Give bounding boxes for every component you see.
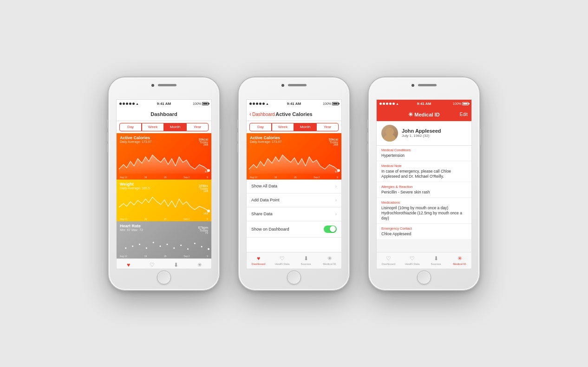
segment-week-2[interactable]: Week (272, 123, 294, 131)
signal-dot-1 (119, 103, 122, 105)
medical-content: Medical Conditions Hypertension Medical … (377, 146, 471, 252)
signal-dot-3 (126, 103, 128, 105)
tab-dashboard-2[interactable]: ♥ Dashboard (247, 252, 270, 269)
health-icon-3: ♡ (410, 255, 415, 262)
svg-point-10 (187, 248, 189, 250)
segment-week-1[interactable]: Week (142, 123, 164, 131)
earpiece-speaker-2 (288, 84, 307, 86)
share-data-item[interactable]: Share Data › (247, 207, 341, 221)
segment-month-2[interactable]: Month (294, 123, 316, 131)
status-time-1: 9:41 AM (157, 102, 171, 106)
svg-point-6 (160, 245, 161, 247)
show-all-data-item[interactable]: Show All Data › (247, 180, 341, 193)
show-dashboard-toggle[interactable] (324, 225, 337, 233)
date-aug12-1: Aug 12 (120, 176, 127, 179)
show-all-chevron: › (335, 184, 337, 189)
profile-section: John Appleseed July 1, 1982 (32) (377, 121, 471, 146)
front-camera-2 (281, 84, 284, 87)
heart-rate-title: Heart Rate (117, 221, 211, 228)
medical-conditions-value: Hypertension (381, 153, 467, 158)
heart-rate-card[interactable]: Heart Rate Min: 67 Max: 72 67bpm Today 7… (117, 221, 211, 258)
tab-sources-2[interactable]: ⬇ Sources (294, 252, 318, 269)
sources-icon-3: ⬇ (434, 255, 438, 262)
home-button-1[interactable] (157, 270, 171, 284)
svg-point-14 (337, 169, 340, 172)
weight-card[interactable]: Weight Daily Average: 165.5 165lbs Today… (117, 180, 211, 221)
tab-sources-3[interactable]: ⬇ Sources (424, 252, 448, 269)
tab-health-2[interactable]: ♡ Health Data (270, 252, 294, 269)
medical-conditions-label: Medical Conditions (381, 148, 467, 152)
asterisk-icon: ✳ (408, 111, 413, 118)
segment-control-2[interactable]: Day Week Month Year (247, 121, 341, 133)
tab-dashboard-1[interactable]: ♥ Dashboard (117, 259, 140, 269)
segment-year-1[interactable]: Year (186, 123, 209, 131)
heart-rate-subtitle: Min: 67 Max: 72 (117, 228, 211, 232)
status-bar-2: ▲ 9:41 AM 100% (247, 100, 341, 108)
tab-health-data-1[interactable]: ♡ Health Data (140, 259, 164, 269)
date-26-1: 26 (164, 176, 167, 179)
tab-medical-3[interactable]: ✳ Medical ID (448, 252, 471, 269)
phone-1-screen: ▲ 9:41 AM 100% Dashboard Day Week Month … (116, 99, 212, 269)
add-data-point-item[interactable]: Add Data Point › (247, 193, 341, 207)
weight-high: 168 (203, 190, 208, 193)
profile-info: John Appleseed July 1, 1982 (32) (402, 128, 441, 138)
tab-medical-id-1[interactable]: ✳ Medical ID (188, 259, 211, 269)
phone-3-screen: ▲ 9:41 AM 100% ✳ Medical ID Edit (376, 99, 472, 269)
sources-icon-2: ⬇ (304, 255, 308, 262)
signal-indicators-2: ▲ (249, 102, 269, 105)
show-on-dashboard-label: Show on Dashboard (251, 227, 289, 232)
svg-point-0 (207, 210, 210, 212)
phone-3: ▲ 9:41 AM 100% ✳ Medical ID Edit (368, 77, 480, 290)
tab-medical-2[interactable]: ✳ Medical ID (318, 252, 341, 269)
home-button-2[interactable] (287, 270, 301, 284)
emergency-contact-section: Emergency Contact Chloe Appleseed (377, 224, 471, 239)
active-cal-dates: Aug 12 19 26 Sep 2 9 (120, 176, 208, 179)
signal-dot-2 (123, 103, 125, 105)
allergies-label: Allergies & Reaction (381, 185, 467, 189)
tab-dashboard-3[interactable]: ♡ Dashboard (377, 252, 400, 269)
signal-dot-4 (129, 103, 131, 105)
battery-indicator-1: 100% (193, 102, 209, 105)
battery-indicator-2: 100% (323, 102, 339, 105)
medical-icon-3: ✳ (457, 255, 462, 262)
segment-month-1[interactable]: Month (164, 123, 186, 131)
chart-svg-2 (247, 148, 341, 174)
battery-percent-1: 100% (193, 102, 201, 105)
phone-2-screen: ▲ 9:41 AM 100% ‹ Dashboard Active Calori… (246, 99, 342, 269)
heart-rate-dates: Aug 12 19 26 Sep 2 9 (120, 255, 208, 258)
date-19-1: 19 (144, 176, 147, 179)
segment-day-2[interactable]: Day (249, 123, 272, 131)
segment-day-1[interactable]: Day (119, 123, 142, 131)
phone-2: ▲ 9:41 AM 100% ‹ Dashboard Active Calori… (238, 77, 350, 290)
medical-conditions-section: Medical Conditions Hypertension (377, 146, 471, 161)
status-time-3: 9:41 AM (417, 102, 431, 106)
dashboard-icon-1: ♥ (127, 262, 130, 268)
segment-year-2[interactable]: Year (316, 123, 339, 131)
back-chevron-2: ‹ (249, 111, 251, 117)
svg-point-1 (125, 247, 126, 249)
tab-health-3[interactable]: ♡ Health Data (400, 252, 424, 269)
svg-point-5 (153, 242, 154, 243)
medical-note-label: Medical Note (381, 164, 467, 168)
active-cal-subtitle-2: Daily Average: 173.97 (247, 140, 341, 143)
segment-control-1[interactable]: Day Week Month Year (117, 121, 211, 133)
date-9-1: 9 (207, 176, 208, 179)
emergency-contact-label: Emergency Contact (381, 226, 467, 231)
svg-point-2 (132, 245, 133, 247)
weight-chart (117, 193, 211, 216)
show-on-dashboard-item[interactable]: Show on Dashboard (247, 221, 341, 238)
weight-dates: Aug 12 19 26 Sep 2 9 (120, 218, 208, 220)
avatar (381, 125, 398, 142)
active-calories-subtitle: Daily Average: 173.97 (117, 140, 211, 143)
wifi-icon-3: ▲ (396, 102, 399, 105)
home-button-3[interactable] (417, 270, 431, 284)
edit-button[interactable]: Edit (460, 112, 468, 117)
nav-bar-2: ‹ Dashboard Active Calories (247, 108, 341, 121)
chart-dot-1 (207, 169, 210, 172)
weight-subtitle: Daily Average: 165.5 (117, 187, 211, 190)
tab-sources-1[interactable]: ⬇ Sources (164, 259, 188, 269)
back-button-2[interactable]: ‹ Dashboard (249, 111, 275, 117)
nav-title-1: Dashboard (150, 111, 177, 117)
signal-indicators: ▲ (119, 102, 139, 105)
active-calories-card[interactable]: Active Calories Daily Average: 173.97 99… (117, 133, 211, 180)
